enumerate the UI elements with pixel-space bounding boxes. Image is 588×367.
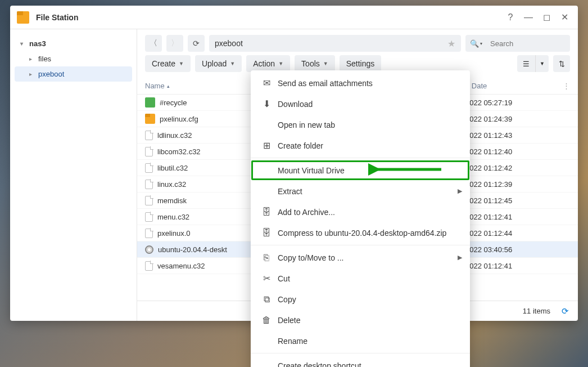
maximize-button[interactable]: ◻ — [540, 11, 553, 24]
file-icon — [145, 212, 153, 222]
app-title: File Station — [36, 13, 499, 22]
caret-down-icon: ▾ — [20, 41, 27, 47]
ctx-label: Mount Virtual Drive — [278, 166, 345, 175]
ctx-label: Download — [278, 100, 313, 109]
tree-root[interactable]: ▾ nas3 — [15, 36, 132, 51]
sidebar-item-pxeboot[interactable]: ▸pxeboot — [15, 66, 132, 82]
file-date: 2022 05:27:19 — [465, 99, 570, 107]
copy2-icon: ⧉ — [261, 294, 272, 305]
file-date: 2022 01:12:40 — [465, 147, 570, 156]
file-date: 2022 01:12:43 — [465, 131, 570, 140]
ctx-cut[interactable]: ✂Cut — [251, 268, 470, 289]
nav-row: 〈 〉 ⟳ ★ 🔍▾ — [137, 29, 578, 55]
file-date: 2022 01:12:45 — [465, 196, 570, 205]
file-date: 2022 01:12:42 — [465, 164, 570, 172]
ctx-label: Create folder — [278, 141, 323, 150]
file-icon — [145, 229, 153, 238]
sidebar-item-label: pxeboot — [38, 70, 64, 78]
list-view-button[interactable]: ☰ — [517, 55, 535, 72]
file-date: 2022 03:40:56 — [465, 245, 570, 254]
sidebar: ▾ nas3 ▸files▸pxeboot — [10, 29, 137, 321]
tree-root-label: nas3 — [29, 39, 46, 48]
action-button[interactable]: Action▼ — [246, 55, 290, 72]
app-icon — [17, 11, 29, 24]
tools-button[interactable]: Tools▼ — [295, 55, 335, 72]
file-date: 2022 01:12:44 — [465, 229, 570, 238]
upload-button[interactable]: Upload▼ — [195, 55, 242, 72]
folder-icon — [145, 114, 155, 124]
ctx-download[interactable]: ⬇Download — [251, 93, 470, 114]
ctx-separator — [251, 158, 470, 158]
ctx-label: Open in new tab — [278, 120, 335, 129]
sidebar-item-files[interactable]: ▸files — [15, 51, 132, 66]
ctx-send-as-email-attachments[interactable]: ✉Send as email attachments — [251, 73, 470, 93]
archive-icon: 🗄 — [261, 227, 272, 239]
trash-icon: 🗑 — [261, 315, 272, 326]
ctx-create-desktop-shortcut[interactable]: Create desktop shortcut — [251, 355, 470, 367]
item-count: 11 items — [523, 307, 550, 315]
file-icon — [145, 196, 153, 205]
blank-icon — [261, 335, 272, 347]
annotation-arrow — [368, 163, 447, 176]
folder-plus-icon: ⊞ — [261, 140, 272, 151]
ctx-label: Copy — [278, 295, 296, 304]
ctx-add-to-archive[interactable]: 🗄Add to Archive... — [251, 202, 470, 222]
search-icon: 🔍▾ — [470, 39, 482, 48]
forward-button[interactable]: 〉 — [166, 35, 183, 52]
mail-icon: ✉ — [261, 78, 272, 89]
ctx-label: Add to Archive... — [278, 208, 335, 217]
caret-right-icon: ▸ — [29, 71, 36, 77]
path-input[interactable] — [209, 35, 461, 52]
list-view-dropdown[interactable]: ▼ — [535, 55, 549, 72]
ctx-label: Delete — [278, 316, 300, 325]
help-button[interactable]: ? — [504, 11, 517, 24]
ctx-separator — [251, 245, 470, 245]
ctx-rename[interactable]: Rename — [251, 330, 470, 351]
ctx-copy-to-move-to[interactable]: ⎘Copy to/Move to ...▶ — [251, 247, 470, 268]
file-date: 2022 01:24:39 — [465, 115, 570, 123]
file-date: 2022 01:12:41 — [465, 213, 570, 221]
file-date: 2022 01:12:39 — [465, 180, 570, 189]
minimize-button[interactable]: — — [522, 11, 535, 24]
archive-add-icon: 🗄 — [261, 207, 272, 218]
ctx-compress-to-ubuntu-20-04-4-desktop-amd64-zip[interactable]: 🗄Compress to ubuntu-20.04.4-desktop-amd6… — [251, 222, 470, 243]
settings-button[interactable]: Settings — [340, 55, 382, 72]
submenu-arrow-icon: ▶ — [458, 254, 462, 261]
ctx-label: Send as email attachments — [278, 79, 373, 88]
ctx-label: Extract — [278, 187, 302, 196]
titlebar: File Station ? — ◻ ✕ — [10, 6, 578, 29]
col-modified[interactable]: d Date — [465, 82, 561, 90]
ctx-open-in-new-tab[interactable]: Open in new tab — [251, 114, 470, 135]
recycle-icon — [145, 97, 155, 108]
blank-icon — [261, 119, 272, 131]
sort-button[interactable]: ⇅ — [553, 55, 570, 72]
blank-icon — [261, 360, 272, 368]
ctx-separator — [251, 353, 470, 353]
blank-icon — [261, 165, 272, 176]
file-icon — [145, 131, 153, 140]
create-button[interactable]: Create▼ — [145, 55, 191, 72]
file-icon — [145, 180, 153, 189]
back-button[interactable]: 〈 — [145, 35, 162, 52]
ctx-create-folder[interactable]: ⊞Create folder — [251, 135, 470, 156]
ctx-label: Compress to ubuntu-20.04.4-desktop-amd64… — [278, 229, 446, 238]
ctx-copy[interactable]: ⧉Copy — [251, 289, 470, 310]
file-icon — [145, 163, 153, 173]
cut-icon: ✂ — [261, 273, 272, 284]
ctx-extract[interactable]: Extract▶ — [251, 181, 470, 202]
status-refresh-icon[interactable]: ⟳ — [562, 306, 569, 316]
close-button[interactable]: ✕ — [558, 11, 571, 24]
sidebar-item-label: files — [38, 55, 51, 63]
ctx-label: Rename — [278, 337, 307, 346]
download-icon: ⬇ — [261, 99, 272, 110]
context-menu: ✉Send as email attachments⬇DownloadOpen … — [251, 70, 470, 367]
col-menu-icon[interactable]: ⋮ — [561, 82, 570, 90]
ctx-label: Copy to/Move to ... — [278, 253, 344, 262]
ctx-label: Cut — [278, 274, 290, 283]
refresh-button[interactable]: ⟳ — [188, 35, 205, 52]
caret-right-icon: ▸ — [29, 56, 36, 62]
favorite-icon[interactable]: ★ — [447, 38, 455, 49]
sort-asc-icon: ▴ — [167, 83, 170, 89]
iso-icon — [145, 245, 153, 254]
ctx-delete[interactable]: 🗑Delete — [251, 310, 470, 330]
